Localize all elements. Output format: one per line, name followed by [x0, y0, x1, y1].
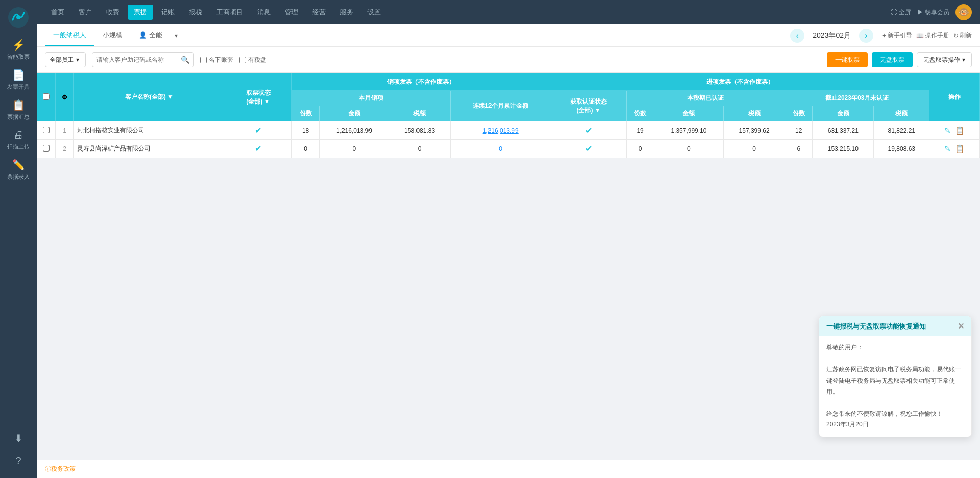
topnav-right: ⛶ 全屏 ▶ 畅享会员 🐵	[891, 4, 972, 20]
app-logo[interactable]	[5, 4, 32, 31]
row-sales-tax: 0	[389, 140, 450, 158]
no-disk-more-button[interactable]: 无盘取票操作 ▾	[917, 52, 972, 67]
th-purchase-period-status: 获取认证状态(全部) ▼	[551, 91, 626, 121]
row-sales-amount: 0	[320, 140, 389, 158]
has-disk-checkbox[interactable]	[239, 57, 246, 63]
th-sales-tax: 税额	[389, 106, 450, 121]
month-nav: ‹ 2023年02月 ›	[790, 29, 873, 43]
tab-all[interactable]: 👤 全能	[131, 26, 170, 46]
search-icon[interactable]: 🔍	[181, 56, 189, 64]
sidebar-bottom: ⬇ ?	[0, 429, 37, 478]
th-settings[interactable]: ⚙	[56, 73, 74, 121]
toolbar: 全部员工 ▾ 🔍 名下账套 有税盘 一键取票 无盘取票 无盘取票操作 ▾	[37, 47, 980, 73]
row-fetch-status: ✔	[225, 140, 291, 158]
nav-settings[interactable]: 设置	[361, 5, 387, 20]
named-accounts-checkbox[interactable]	[200, 57, 207, 63]
user-avatar[interactable]: 🐵	[955, 4, 972, 20]
tab-small[interactable]: 小规模	[94, 26, 131, 46]
th-pd-amount: 金额	[813, 106, 874, 121]
row-sales-12months: 1,216,013.99	[450, 121, 551, 140]
scan-upload-icon: 🖨	[13, 129, 23, 141]
no-disk-fetch-button[interactable]: 无盘取票	[872, 52, 913, 67]
sidebar-item-invoice-open[interactable]: 📄 发票开具	[0, 65, 37, 95]
nav-customer[interactable]: 客户	[72, 5, 98, 20]
nav-tax[interactable]: 报税	[183, 5, 208, 20]
topnav: 首页 客户 收费 票据 记账 报税 工商项目 消息 管理 经营 服务 设置 ⛶ …	[37, 0, 980, 24]
fullscreen-button[interactable]: ⛶ 全屏	[891, 8, 911, 17]
one-key-fetch-button[interactable]: 一键取票	[827, 52, 868, 67]
sidebar-item-scan-upload[interactable]: 🖨 扫描上传	[0, 125, 37, 155]
row-customer-name: 灵寿县尚泽矿产品有限公司	[74, 140, 225, 158]
row-checkbox[interactable]	[37, 140, 56, 158]
more-dropdown-icon: ▾	[962, 56, 965, 63]
main-table: ⚙ 客户名称(全部) ▼ 取票状态(全部) ▼ 销项发票（不含作废票） 进项发票…	[37, 73, 980, 158]
notif-close-button[interactable]: ✕	[958, 321, 964, 331]
tab-actions: ✦ 新手引导 📖 操作手册 ↻ 刷新	[881, 31, 972, 40]
notif-body: 尊敬的用户：江苏政务网已恢复访问电子税务局功能，易代账一键登陆电子税务局与无盘取…	[819, 336, 971, 437]
nav-home[interactable]: 首页	[45, 5, 70, 20]
nav-accounting[interactable]: 记账	[155, 5, 181, 20]
edit-icon[interactable]: ✎	[944, 144, 951, 153]
th-sales-amount: 金额	[320, 106, 389, 121]
data-entry-icon: ✏️	[12, 159, 25, 171]
new-guide-link[interactable]: ✦ 新手引导	[881, 31, 912, 40]
th-pp-count: 份数	[626, 106, 654, 121]
table-body: 1 河北柯搭核实业有限公司 ✔ 18 1,216,013.99 158,081.…	[37, 121, 980, 158]
row-checkbox[interactable]	[37, 121, 56, 140]
select-all-checkbox[interactable]	[43, 93, 50, 100]
row-pp-tax: 0	[724, 140, 785, 158]
tab-general[interactable]: 一般纳税人	[45, 26, 94, 46]
sidebar-item-invoice-summary[interactable]: 📋 票据汇总	[0, 95, 37, 125]
nav-service[interactable]: 服务	[334, 5, 359, 20]
notif-header: 一键报税与无盘取票功能恢复通知 ✕	[819, 316, 971, 336]
sidebar-item-smart-fetch[interactable]: ⚡ 智能取票	[0, 35, 37, 65]
search-box: 🔍	[92, 52, 194, 67]
nav-manage[interactable]: 管理	[279, 5, 304, 20]
th-purchase-period-sub: 本税期已认证	[626, 91, 785, 106]
svg-point-1	[16, 15, 20, 19]
help-button[interactable]: ?	[9, 451, 28, 470]
row-pp-count: 19	[626, 121, 654, 140]
nav-operation[interactable]: 经营	[306, 5, 332, 20]
table-container: ⚙ 客户名称(全部) ▼ 取票状态(全部) ▼ 销项发票（不含作废票） 进项发票…	[37, 73, 980, 158]
prev-month-button[interactable]: ‹	[790, 29, 804, 43]
row-index: 2	[56, 140, 74, 158]
row-sales-count: 18	[292, 121, 320, 140]
search-input[interactable]	[96, 56, 179, 63]
detail-icon[interactable]: 📋	[955, 126, 965, 135]
filter-dropdown-icon: ▾	[76, 56, 79, 63]
tax-policy-link[interactable]: 税务政策	[51, 465, 76, 473]
th-pp-tax: 税额	[724, 106, 785, 121]
nav-message[interactable]: 消息	[251, 5, 277, 20]
download-button[interactable]: ⬇	[9, 429, 28, 447]
row-fetch-status: ✔	[225, 121, 291, 140]
row-pd-count: 12	[785, 121, 813, 140]
invoice-summary-icon: 📋	[12, 99, 25, 111]
row-pp-amount: 1,357,999.10	[654, 121, 723, 140]
edit-icon[interactable]: ✎	[944, 126, 951, 135]
manual-link[interactable]: 📖 操作手册	[916, 31, 949, 40]
bottom-bar: ⓘ 税务政策	[37, 460, 980, 478]
employee-filter[interactable]: 全部员工 ▾	[45, 52, 86, 67]
member-button[interactable]: ▶ 畅享会员	[917, 8, 949, 17]
refresh-link[interactable]: ↻ 刷新	[953, 31, 972, 40]
tab-bar: 一般纳税人 小规模 👤 全能 ▾ ‹ 2023年02月 › ✦ 新手引导 📖 操…	[37, 24, 980, 47]
row-sales-12months: 0	[450, 140, 551, 158]
next-month-button[interactable]: ›	[859, 29, 873, 43]
row-purchase-status: ✔	[551, 121, 626, 140]
th-sales-group: 销项发票（不含作废票）	[292, 73, 551, 91]
checkbox-has-disk[interactable]: 有税盘	[239, 56, 266, 64]
th-sales-month-sub: 本月销项	[292, 91, 451, 106]
table-row: 2 灵寿县尚泽矿产品有限公司 ✔ 0 0 0 0 ✔ 0 0 0 6 153,2…	[37, 140, 980, 158]
tab-more-button[interactable]: ▾	[170, 27, 182, 44]
notification-popup: 一键报税与无盘取票功能恢复通知 ✕ 尊敬的用户：江苏政务网已恢复访问电子税务局功…	[819, 316, 972, 437]
sidebar-item-data-entry[interactable]: ✏️ 票据录入	[0, 155, 37, 185]
nav-collection[interactable]: 收费	[100, 5, 126, 20]
detail-icon[interactable]: 📋	[955, 144, 965, 153]
checkbox-named-accounts[interactable]: 名下账套	[200, 56, 233, 64]
row-sales-tax: 158,081.83	[389, 121, 450, 140]
th-checkbox	[37, 73, 56, 121]
invoice-open-icon: 📄	[12, 69, 25, 81]
nav-business[interactable]: 工商项目	[210, 5, 249, 20]
nav-invoice[interactable]: 票据	[128, 5, 153, 20]
